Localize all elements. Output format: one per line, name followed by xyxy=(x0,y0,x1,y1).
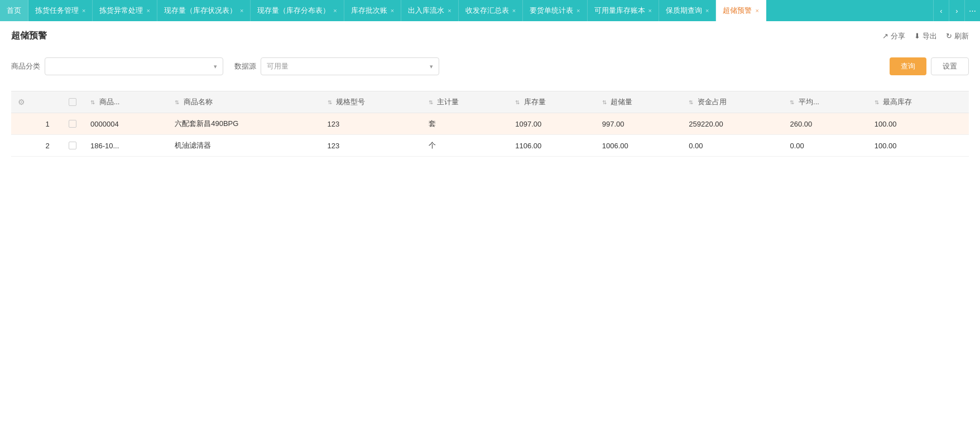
filter-area: 商品分类 ▾ 数据源 可用量 ▾ 查询 设置 xyxy=(11,51,969,82)
close-batch[interactable]: × xyxy=(391,7,394,14)
close-flow[interactable]: × xyxy=(448,7,451,14)
nav-batch[interactable]: 库存批次账 × xyxy=(344,0,401,21)
close-overstock[interactable]: × xyxy=(755,7,758,14)
nav-stock-dist[interactable]: 现存量（库存分布表） × xyxy=(251,0,344,21)
nav-more-arrow[interactable]: ⋯ xyxy=(964,0,980,21)
nav-exception[interactable]: 拣货异常处理 × xyxy=(93,0,157,21)
col-product-name-header[interactable]: 商品名称 xyxy=(168,91,320,113)
row1-capital: 259220.00 xyxy=(682,113,783,135)
row1-stock: 1097.00 xyxy=(508,113,595,135)
nav-home[interactable]: 首页 xyxy=(0,0,28,21)
row2-avg: 0.00 xyxy=(783,135,867,157)
nav-overstock[interactable]: 超储预警 × xyxy=(716,0,766,21)
row2-index: 2 xyxy=(33,135,61,157)
col-avg-header[interactable]: 平均... xyxy=(783,91,867,113)
top-nav: 首页 拣货任务管理 × 拣货异常处理 × 现存量（库存状况表） × 现存量（库存… xyxy=(0,0,980,21)
row1-index: 1 xyxy=(33,113,61,135)
settings-button[interactable]: 设置 xyxy=(931,57,969,75)
row2-max-stock: 100.00 xyxy=(868,135,969,157)
row2-spec: 123 xyxy=(321,135,422,157)
commodity-category-label: 商品分类 xyxy=(11,61,40,71)
row1-avg: 260.00 xyxy=(783,113,867,135)
row2-product-name: 机油滤清器 xyxy=(168,135,320,157)
table-header-row: ⚙ 商品... 商品名称 规格型号 主计量 xyxy=(11,91,969,113)
commodity-category-select[interactable]: ▾ xyxy=(45,57,223,75)
nav-order-stats[interactable]: 要货单统计表 × xyxy=(523,0,587,21)
page-title: 超储预警 xyxy=(11,30,47,42)
close-shelf-life[interactable]: × xyxy=(705,7,709,14)
col-settings-header: ⚙ xyxy=(11,91,33,113)
row2-stock: 1106.00 xyxy=(508,135,595,157)
col-capital-header[interactable]: 资金占用 xyxy=(682,91,783,113)
col-spec-header[interactable]: 规格型号 xyxy=(321,91,422,113)
table-row: 2 186-10... 机油滤清器 123 个 1106.00 1006.00 … xyxy=(11,135,969,157)
col-product-code-header[interactable]: 商品... xyxy=(84,91,168,113)
close-order-stats[interactable]: × xyxy=(577,7,580,14)
row2-product-code: 186-10... xyxy=(84,135,168,157)
data-table: ⚙ 商品... 商品名称 规格型号 主计量 xyxy=(11,91,969,157)
nav-flow[interactable]: 出入库流水 × xyxy=(401,0,458,21)
query-button[interactable]: 查询 xyxy=(890,57,926,75)
share-button[interactable]: ↗ 分享 xyxy=(882,31,905,41)
data-source-value: 可用量 xyxy=(267,61,289,71)
data-source-select[interactable]: 可用量 ▾ xyxy=(261,57,439,75)
nav-right-arrow[interactable]: › xyxy=(949,0,964,21)
col-unit-header[interactable]: 主计量 xyxy=(422,91,509,113)
chevron-down-icon: ▾ xyxy=(214,63,217,70)
row1-spec: 123 xyxy=(321,113,422,135)
close-stock-status[interactable]: × xyxy=(240,7,243,14)
data-source-label: 数据源 xyxy=(234,61,256,71)
col-index-header xyxy=(33,91,61,113)
refresh-button[interactable]: ↻ 刷新 xyxy=(946,31,969,41)
row2-unit: 个 xyxy=(422,135,509,157)
data-source-chevron-icon: ▾ xyxy=(430,63,433,70)
close-stock-dist[interactable]: × xyxy=(333,7,337,14)
nav-summary[interactable]: 收发存汇总表 × xyxy=(459,0,523,21)
export-icon: ⬇ xyxy=(914,32,920,40)
row2-excess: 1006.00 xyxy=(595,135,683,157)
row1-checkbox[interactable] xyxy=(69,120,76,128)
close-task-mgmt[interactable]: × xyxy=(82,7,85,14)
share-icon: ↗ xyxy=(882,32,888,40)
main-content: 超储预警 ↗ 分享 ⬇ 导出 ↻ 刷新 商品分类 ▾ 数据源 xyxy=(0,21,980,446)
row1-product-code: 0000004 xyxy=(84,113,168,135)
col-max-stock-header[interactable]: 最高库存 xyxy=(868,91,969,113)
commodity-category-filter: 商品分类 ▾ xyxy=(11,57,223,75)
table-row: 1 0000004 六配套新昌490BPG 123 套 1097.00 997.… xyxy=(11,113,969,135)
page-header: 超储预警 ↗ 分享 ⬇ 导出 ↻ 刷新 xyxy=(11,30,969,42)
nav-shelf-life[interactable]: 保质期查询 × xyxy=(659,0,716,21)
nav-stock-status[interactable]: 现存量（库存状况表） × xyxy=(157,0,251,21)
col-excess-header[interactable]: 超储量 xyxy=(595,91,683,113)
row2-capital: 0.00 xyxy=(682,135,783,157)
row1-checkbox-cell xyxy=(61,113,84,135)
close-available[interactable]: × xyxy=(648,7,652,14)
export-button[interactable]: ⬇ 导出 xyxy=(914,31,937,41)
row1-max-stock: 100.00 xyxy=(868,113,969,135)
row2-checkbox-cell xyxy=(61,135,84,157)
row1-settings xyxy=(11,113,33,135)
refresh-icon: ↻ xyxy=(946,32,952,40)
row1-unit: 套 xyxy=(422,113,509,135)
nav-task-mgmt[interactable]: 拣货任务管理 × xyxy=(28,0,93,21)
select-all-checkbox[interactable] xyxy=(69,98,76,106)
data-source-filter: 数据源 可用量 ▾ xyxy=(234,57,439,75)
filter-actions: 查询 设置 xyxy=(890,57,969,75)
col-checkbox-header xyxy=(61,91,84,113)
close-exception[interactable]: × xyxy=(146,7,150,14)
row2-checkbox[interactable] xyxy=(69,142,76,149)
nav-arrows: ‹ › ⋯ xyxy=(933,0,980,21)
close-summary[interactable]: × xyxy=(512,7,516,14)
row2-settings xyxy=(11,135,33,157)
col-stock-header[interactable]: 库存量 xyxy=(508,91,595,113)
nav-left-arrow[interactable]: ‹ xyxy=(933,0,949,21)
nav-available[interactable]: 可用量库存账本 × xyxy=(588,0,659,21)
row1-product-name: 六配套新昌490BPG xyxy=(168,113,320,135)
table-settings-icon[interactable]: ⚙ xyxy=(18,98,25,106)
header-actions: ↗ 分享 ⬇ 导出 ↻ 刷新 xyxy=(882,31,969,41)
row1-excess: 997.00 xyxy=(595,113,683,135)
